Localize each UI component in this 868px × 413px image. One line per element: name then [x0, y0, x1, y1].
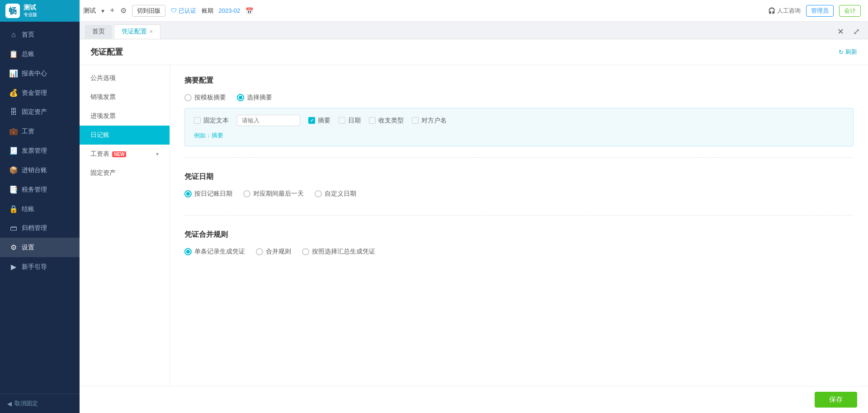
- radio-merge-rule[interactable]: 合并规则: [256, 248, 291, 256]
- close-panel-btn[interactable]: ✕: [835, 26, 847, 38]
- tab-close-icon[interactable]: ×: [150, 28, 153, 35]
- radio-last-day[interactable]: 对应期间最后一天: [243, 190, 304, 198]
- checkbox-summary-box: [308, 117, 315, 124]
- salary-icon: 💼: [9, 127, 18, 136]
- radio-select-circle: [237, 94, 244, 101]
- app-logo: 畅 测试 专业版: [0, 0, 80, 22]
- top-bar-right: 🎧 人工咨询 管理员 会计: [768, 5, 861, 17]
- checkbox-date-label: 日期: [348, 117, 361, 125]
- radio-journal-date[interactable]: 按日记账日期: [184, 190, 232, 198]
- role-btn[interactable]: 会计: [839, 5, 861, 17]
- headset-icon: 🎧: [768, 7, 775, 14]
- switch-old-btn[interactable]: 切到旧版: [132, 5, 165, 17]
- add-icon[interactable]: +: [110, 6, 115, 15]
- tab-voucher-config[interactable]: 凭证配置 ×: [114, 24, 160, 39]
- consult-btn[interactable]: 🎧 人工咨询: [768, 7, 801, 15]
- merge-section: 凭证合并规则 单条记录生成凭证 合并规则: [184, 230, 854, 273]
- checkbox-fixed-text[interactable]: 固定文本: [194, 117, 229, 125]
- save-button[interactable]: 保存: [815, 392, 857, 408]
- sidebar-item-guide[interactable]: ▶ 新手引导: [0, 257, 80, 277]
- refresh-icon: ↻: [839, 49, 844, 56]
- checkbox-date-box: [339, 117, 345, 124]
- sidebar-item-salary[interactable]: 💼 工资: [0, 122, 80, 141]
- settings-icon[interactable]: ⚙: [120, 6, 127, 15]
- menu-item-fixed-assets[interactable]: 固定资产: [80, 164, 170, 183]
- top-bar: 畅 测试 专业版 测试 ▾ + ⚙ 切到旧版 🛡 已认证 账期 2023-02 …: [0, 0, 868, 22]
- calendar-icon[interactable]: 📅: [245, 7, 253, 14]
- radio-journal-date-circle: [184, 190, 192, 197]
- consult-label: 人工咨询: [777, 7, 801, 15]
- sidebar-item-purchase[interactable]: 📦 进销台账: [0, 160, 80, 180]
- assets-icon: 🗄: [9, 108, 18, 116]
- purchase-icon: 📦: [9, 166, 18, 174]
- home-icon: ⌂: [9, 31, 18, 39]
- menu-label-fixed-assets: 固定资产: [90, 169, 116, 177]
- sidebar-item-label-salary: 工资: [22, 127, 34, 136]
- content-area: 首页 凭证配置 × ✕ ⤢ 凭证配置 ↻ 刷新: [80, 22, 868, 413]
- menu-item-inner: 固定资产: [90, 169, 116, 177]
- main-layout: ⌂ 首页 📋 总账 📊 报表中心 💰 资金管理 🗄 固定资产 💼 工资 🧾 发票…: [0, 22, 868, 413]
- radio-select[interactable]: 选择摘要: [237, 94, 272, 102]
- sidebar-item-assets[interactable]: 🗄 固定资产: [0, 103, 80, 122]
- fixed-text-input[interactable]: [237, 115, 300, 126]
- status-text: 已认证: [179, 7, 196, 15]
- menu-item-public[interactable]: 公共选项: [80, 69, 170, 88]
- pin-icon: ◀: [7, 400, 12, 407]
- sidebar-item-ledger[interactable]: 📋 总账: [0, 44, 80, 64]
- invoice-icon: 🧾: [9, 146, 18, 155]
- checkbox-counterparty-label: 对方户名: [421, 117, 447, 125]
- menu-item-purchase-invoice[interactable]: 进项发票: [80, 107, 170, 126]
- checkbox-fixed-text-box: [194, 117, 201, 124]
- tab-home[interactable]: 首页: [85, 25, 112, 38]
- tax-icon: 📑: [9, 185, 18, 194]
- sidebar-item-invoice[interactable]: 🧾 发票管理: [0, 141, 80, 160]
- sidebar-item-capital[interactable]: 💰 资金管理: [0, 83, 80, 103]
- example-text: 例如：摘要: [194, 131, 844, 140]
- date-radio-group: 按日记账日期 对应期间最后一天 自定义日期: [184, 190, 854, 198]
- ledger-icon: 📋: [9, 50, 18, 58]
- checkbox-group: 固定文本 摘要 日期: [194, 115, 844, 126]
- sidebar: ⌂ 首页 📋 总账 📊 报表中心 💰 资金管理 🗄 固定资产 💼 工资 🧾 发票…: [0, 22, 80, 413]
- sidebar-item-label-assets: 固定资产: [22, 108, 47, 116]
- radio-single[interactable]: 单条记录生成凭证: [184, 248, 245, 256]
- checkbox-summary[interactable]: 摘要: [308, 117, 330, 125]
- sidebar-item-archive[interactable]: 🗃 归档管理: [0, 219, 80, 238]
- radio-summary-gen[interactable]: 按照选择汇总生成凭证: [302, 248, 375, 256]
- checkbox-counterparty[interactable]: 对方户名: [412, 117, 447, 125]
- sidebar-item-label-archive: 归档管理: [22, 224, 47, 232]
- menu-item-inner: 日记账: [90, 131, 109, 139]
- checkbox-date[interactable]: 日期: [339, 117, 361, 125]
- admin-btn[interactable]: 管理员: [806, 5, 834, 17]
- radio-custom-date-circle: [315, 190, 322, 197]
- fullscreen-btn[interactable]: ⤢: [850, 26, 863, 38]
- radio-custom-date[interactable]: 自定义日期: [315, 190, 356, 198]
- sidebar-item-home[interactable]: ⌂ 首页: [0, 25, 80, 44]
- menu-item-inner: 公共选项: [90, 74, 116, 82]
- chevron-icon: ▾: [156, 151, 159, 157]
- period-label: 账期: [202, 7, 213, 15]
- radio-summary-gen-label: 按照选择汇总生成凭证: [312, 248, 375, 256]
- menu-label-public: 公共选项: [90, 74, 116, 82]
- company-name: 测试: [83, 7, 96, 15]
- radio-single-circle: [184, 248, 192, 255]
- sidebar-item-tax[interactable]: 📑 税务管理: [0, 180, 80, 199]
- refresh-btn[interactable]: ↻ 刷新: [839, 48, 857, 56]
- bottom-bar: 保存: [80, 386, 868, 413]
- cancel-fixed-btn[interactable]: ◀ 取消固定: [0, 394, 80, 413]
- sidebar-item-settings[interactable]: ⚙ 设置: [0, 238, 80, 257]
- sidebar-item-reports[interactable]: 📊 报表中心: [0, 64, 80, 83]
- radio-single-label: 单条记录生成凭证: [194, 248, 245, 256]
- menu-item-sales-invoice[interactable]: 销项发票: [80, 88, 170, 107]
- menu-item-journal[interactable]: 日记账: [80, 126, 170, 145]
- radio-template[interactable]: 按模板摘要: [184, 94, 226, 102]
- sidebar-item-close[interactable]: 🔒 结账: [0, 199, 80, 219]
- config-content: 摘要配置 按模板摘要 选择摘要: [170, 65, 868, 386]
- menu-item-payroll[interactable]: 工资表NEW▾: [80, 145, 170, 164]
- radio-template-circle: [184, 94, 192, 101]
- logo-sub: 专业版: [24, 12, 37, 18]
- checkbox-payment-type[interactable]: 收支类型: [369, 117, 404, 125]
- expand-icon[interactable]: ▾: [101, 7, 104, 14]
- logo-text-group: 测试 专业版: [24, 4, 37, 18]
- menu-label-sales-invoice: 销项发票: [90, 93, 116, 101]
- radio-select-label: 选择摘要: [247, 94, 272, 102]
